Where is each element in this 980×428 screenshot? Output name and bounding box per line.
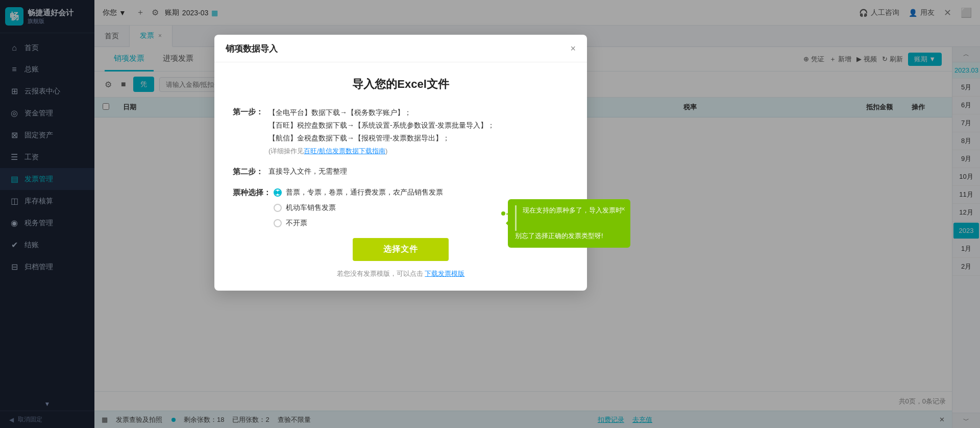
ticket-label: 票种选择： — [233, 188, 274, 198]
modal-header: 销项数据导入 × — [214, 35, 587, 62]
step1-line1: 【全电平台】数据下载→【税务数字账户】； — [268, 106, 569, 119]
step1-content: 【全电平台】数据下载→【税务数字账户】； 【百旺】税控盘数据下载→【系统设置-系… — [268, 106, 569, 157]
modal-close-btn[interactable]: × — [570, 43, 576, 54]
tooltip-bar — [515, 205, 517, 231]
step2-label: 第二步： — [233, 166, 268, 177]
step1-row: 第一步： 【全电平台】数据下载→【税务数字账户】； 【百旺】税控盘数据下载→【系… — [233, 106, 569, 157]
radio-normal-label: 普票，专票，卷票，通行费发票，农产品销售发票 — [286, 188, 443, 197]
select-file-btn[interactable]: 选择文件 — [353, 238, 449, 261]
radio-normal-dot — [275, 191, 278, 195]
modal-body: 导入您的Excel文件 第一步： 【全电平台】数据下载→【税务数字账户】； 【百… — [214, 62, 587, 291]
radio-vehicle[interactable]: 机动车销售发票 — [274, 203, 443, 212]
radio-vehicle-circle — [274, 204, 282, 212]
tooltip-close-btn[interactable]: × — [621, 203, 625, 215]
footer-text: 若您没有发票模版，可以点击 — [337, 270, 423, 277]
import-modal: 销项数据导入 × 导入您的Excel文件 第一步： 【全电平台】数据下载→【税务… — [214, 35, 587, 291]
tooltip-box: × 现在支持的票种多了，导入发票时别忘了选择正确的发票类型呀! — [508, 199, 630, 248]
step1-label: 第一步： — [233, 106, 268, 117]
modal-main-title: 导入您的Excel文件 — [233, 77, 569, 92]
step1-link: (详细操作见百旺/航信发票数据下载指南) — [268, 145, 569, 157]
radio-no-invoice[interactable]: 不开票 — [274, 219, 443, 228]
radio-vehicle-label: 机动车销售发票 — [286, 203, 336, 212]
step2-row: 第二步： 直接导入文件，无需整理 — [233, 165, 569, 178]
guide-link[interactable]: 百旺/航信发票数据下载指南 — [304, 147, 385, 155]
modal-title: 销项数据导入 — [226, 43, 278, 55]
step2-text: 直接导入文件，无需整理 — [268, 165, 569, 178]
step1-line3: 【航信】金税盘数据下载→【报税管理-发票数据导出】； — [268, 132, 569, 145]
step1-line2: 【百旺】税控盘数据下载→【系统设置-系统参数设置-发票批量导入】； — [268, 119, 569, 132]
radio-no-invoice-circle — [274, 219, 282, 227]
radio-normal[interactable]: 普票，专票，卷票，通行费发票，农产品销售发票 — [274, 188, 443, 197]
radio-no-invoice-label: 不开票 — [286, 219, 307, 228]
download-template-link[interactable]: 下载发票模版 — [425, 270, 464, 277]
radio-normal-circle — [274, 188, 282, 197]
tooltip-text: 现在支持的票种多了，导入发票时别忘了选择正确的发票类型呀! — [515, 206, 622, 240]
modal-footer: 若您没有发票模版，可以点击 下载发票模版 — [233, 269, 569, 278]
tooltip-dot — [500, 210, 506, 217]
radio-group: 普票，专票，卷票，通行费发票，农产品销售发票 机动车销售发票 不开票 — [274, 188, 443, 228]
